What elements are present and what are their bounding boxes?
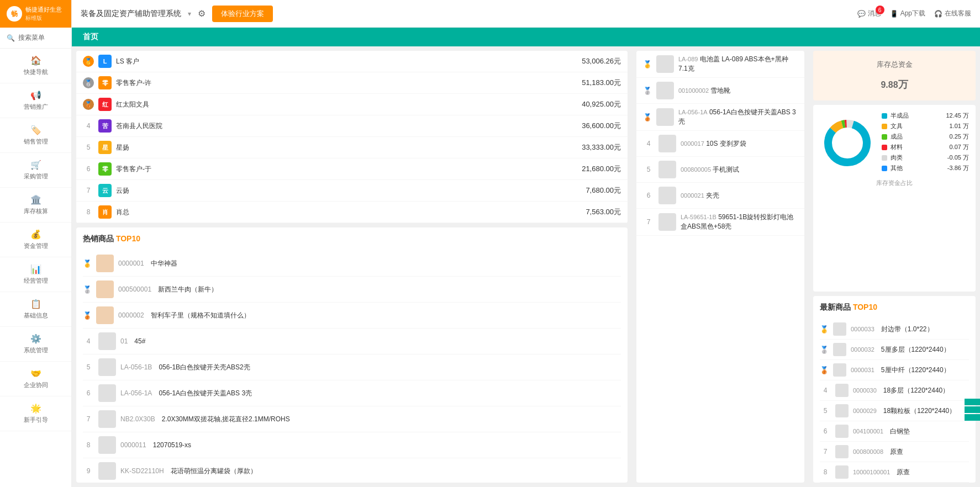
new-product-row: 🥇 0000033 封边带（1.0*22）: [820, 319, 969, 340]
best-sell-name: 手机测试: [713, 166, 739, 173]
new-product-name: 白钢垫: [890, 427, 910, 436]
rank-number: 8: [83, 208, 94, 216]
best-sell-code: 0000017: [681, 140, 704, 147]
legend-value: 0.25 万: [950, 133, 969, 141]
chart-container: 半成品 12.45 万 文具 1.01 万 成品 0.25 万 材料 0.07 …: [820, 112, 969, 174]
legend-item: 文具 1.01 万: [882, 122, 969, 130]
customer-avatar: 星: [98, 141, 112, 154]
rank-number: 7: [83, 415, 94, 423]
cs-live-button[interactable]: 直播: [965, 414, 980, 421]
product-code: KK-SD22110H: [120, 467, 164, 475]
best-sell-row: 5 000800005 手机测试: [636, 157, 804, 183]
cs-hotline-button[interactable]: 客服热线: [965, 399, 980, 405]
hot-product-row: 7 NB2.0X30B 2.0X30MM双搓花轴,搓花直径2.1MM/ROHS: [83, 406, 621, 432]
customer-avatar: L: [98, 55, 112, 68]
new-product-code: 10000100001: [853, 469, 890, 475]
hot-products-list: 🥇 0000001 中华神器 🥈 000500001 新西兰牛肉（新牛） 🥉 0…: [83, 251, 621, 483]
rank-number: 7: [643, 218, 654, 226]
best-sell-info: 001000002 雪地靴: [678, 86, 798, 96]
legend-value: 1.01 万: [950, 122, 969, 130]
sidebar-item-sales[interactable]: 🏷️ 销售管理: [0, 118, 71, 153]
rank-silver-icon: 🥈: [820, 346, 829, 354]
hot-product-row: 🥉 0000002 智利车子里（规格不知道填什么）: [83, 303, 621, 329]
new-product-image: [833, 343, 846, 356]
new-product-code: 0000033: [851, 326, 874, 332]
new-product-row: 7 000800008 原查: [820, 442, 969, 462]
sidebar-item-system[interactable]: ⚙️ 系统管理: [0, 327, 71, 362]
customer-name: 零售客户-许: [116, 78, 577, 88]
best-sell-code: LA-056-1A: [678, 109, 708, 115]
online-service-button[interactable]: 🎧 在线客服: [934, 9, 971, 18]
sidebar-search[interactable]: 🔍 搜索菜单: [0, 28, 71, 49]
try-button[interactable]: 体验行业方案: [212, 6, 273, 22]
new-products-title: 最新商品 TOP10: [820, 303, 969, 313]
mobile-icon: 📱: [890, 10, 898, 18]
new-product-image: [835, 404, 849, 417]
home-icon: 🏠: [30, 55, 41, 66]
rank-bronze-icon: 🥉: [83, 311, 92, 320]
new-product-image: [835, 465, 849, 479]
best-sell-row: 4 0000017 10S 变刹罗袋: [636, 131, 804, 157]
sidebar-item-marketing[interactable]: 📢 营销推广: [0, 83, 71, 118]
hot-product-row: 9 KK-SD22110H 花语萌恒温分离罐袋（厚款）: [83, 458, 621, 483]
rank-number: 4: [820, 387, 831, 394]
product-image-placeholder: [98, 436, 116, 454]
product-name: 45#: [134, 337, 145, 345]
basics-icon: 📋: [30, 299, 41, 309]
product-name: 056-1B白色按键开关壳ABS2壳: [159, 363, 250, 372]
sidebar-item-enterprise[interactable]: 🤝 企业协同: [0, 362, 71, 396]
inventory-unit: 万: [898, 79, 908, 90]
inventory-icon: 🏛️: [30, 194, 41, 205]
rank-number: 9: [83, 467, 94, 475]
new-product-row: 6 004100001 白钢垫: [820, 421, 969, 442]
cs-community-button[interactable]: 服务社区: [965, 406, 980, 413]
headset-icon: 🎧: [934, 10, 942, 18]
sidebar-item-operations[interactable]: 📊 经营管理: [0, 257, 71, 292]
hot-product-row: 6 LA-056-1A 056-1A白色按键开关盖ABS 3壳: [83, 380, 621, 406]
sidebar-item-inventory[interactable]: 🏛️ 库存核算: [0, 188, 71, 223]
float-customer-service: 客服热线 服务社区 直播: [965, 399, 980, 421]
legend-value: 0.07 万: [950, 143, 969, 151]
customer-amount: 21,680.00元: [582, 164, 621, 174]
hot-product-row: 5 LA-056-1B 056-1B白色按键开关壳ABS2壳: [83, 354, 621, 380]
legend-value: -3.86 万: [947, 164, 969, 172]
logo-text: 畅捷通好生意 标维版: [25, 6, 62, 22]
purchase-icon: 🛒: [30, 160, 41, 170]
best-sell-image: [656, 82, 674, 99]
new-product-name: 18颗粒板（1220*2440）: [883, 406, 956, 416]
customer-amount: 33,333.00元: [582, 142, 621, 152]
sidebar-item-guide[interactable]: 🌟 新手引导: [0, 396, 71, 431]
new-product-code: 0000032: [851, 346, 874, 353]
app-download-button[interactable]: 📱 App下载: [890, 9, 925, 18]
product-image-placeholder: [98, 384, 116, 402]
hot-products-title: 热销商品 TOP10: [83, 234, 621, 244]
right-panel: 库存总资金 9.88万: [809, 46, 980, 487]
rank-number: 5: [643, 166, 654, 173]
product-code: 0000001: [118, 260, 144, 267]
gear-icon[interactable]: ⚙: [198, 8, 206, 19]
rank-badge-2: 🥈: [83, 77, 94, 88]
logo-icon: 畅: [7, 6, 22, 22]
sidebar-item-finance[interactable]: 💰 资金管理: [0, 223, 71, 257]
rank-badge-3: 🥉: [83, 99, 94, 110]
legend-label: 半成品: [891, 112, 942, 120]
chart-card: 半成品 12.45 万 文具 1.01 万 成品 0.25 万 材料 0.07 …: [813, 105, 976, 292]
best-sell-code: 000800005: [681, 166, 711, 173]
product-code: LA-056-1A: [120, 389, 152, 397]
legend-label: 其他: [891, 164, 944, 172]
rank-silver-icon: 🥈: [643, 87, 652, 95]
new-products-card: 最新商品 TOP10 🥇 0000033 封边带（1.0*22） 🥈 00000…: [813, 296, 976, 483]
product-name: 智利车子里（规格不知道填什么）: [151, 311, 250, 320]
sidebar-item-purchase[interactable]: 🛒 采购管理: [0, 153, 71, 188]
topbar-icons: 💬 消息 6 📱 App下载 🎧 在线客服: [857, 9, 971, 18]
customer-name: LS 客户: [116, 57, 577, 66]
legend-dot: [882, 166, 887, 171]
messages-button[interactable]: 💬 消息 6: [857, 9, 881, 18]
sidebar-item-quick-nav[interactable]: 🏠 快捷导航: [0, 49, 71, 83]
page-header: 首页: [72, 28, 980, 46]
customer-row: 7 云 云扬 7,680.00元: [76, 180, 628, 202]
rank-number: 5: [83, 144, 94, 151]
finance-icon: 💰: [30, 229, 41, 240]
product-image: [96, 280, 114, 298]
sidebar-item-basics[interactable]: 📋 基础信息: [0, 292, 71, 327]
